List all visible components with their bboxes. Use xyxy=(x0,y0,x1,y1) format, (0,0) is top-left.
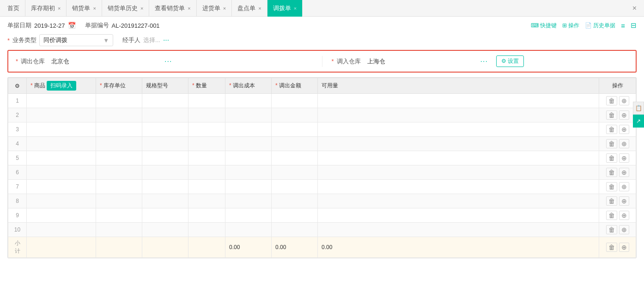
amount-cell[interactable]: 0.00 xyxy=(272,237,318,258)
quick-key-button[interactable]: ⌨ 快捷键 xyxy=(531,22,557,30)
spec-cell[interactable] xyxy=(142,122,188,137)
qty-cell[interactable] xyxy=(188,108,225,122)
gear-col-header[interactable]: ⚙ xyxy=(8,78,27,94)
goods-cell[interactable] xyxy=(27,223,96,237)
person-more-button[interactable]: ··· xyxy=(163,36,169,44)
tab-stocktake[interactable]: 盘点单 × xyxy=(232,0,267,17)
window-close-button[interactable]: × xyxy=(627,4,642,12)
spec-cell[interactable] xyxy=(142,237,188,258)
operations-button[interactable]: ⊞ 操作 xyxy=(562,22,579,30)
unit-cell[interactable] xyxy=(96,165,142,180)
copy-row-button[interactable]: ⊕ xyxy=(619,168,629,177)
qty-cell[interactable] xyxy=(188,180,225,194)
qty-cell[interactable] xyxy=(188,151,225,165)
copy-row-button[interactable]: ⊕ xyxy=(619,139,629,148)
qty-cell[interactable] xyxy=(188,223,225,237)
tab-home[interactable]: 首页 xyxy=(2,0,25,17)
cost-cell[interactable] xyxy=(225,94,272,108)
close-icon[interactable]: × xyxy=(140,6,143,11)
amount-cell[interactable] xyxy=(272,180,318,194)
spec-cell[interactable] xyxy=(142,137,188,151)
delete-row-button[interactable]: 🗑 xyxy=(606,211,617,220)
out-warehouse-more-button[interactable]: ··· xyxy=(164,57,172,66)
unit-cell[interactable] xyxy=(96,180,142,194)
tab-sales[interactable]: 销货单 × xyxy=(67,0,102,17)
qty-cell[interactable] xyxy=(188,94,225,108)
spec-cell[interactable] xyxy=(142,165,188,180)
goods-cell[interactable] xyxy=(27,151,96,165)
amount-cell[interactable] xyxy=(272,151,318,165)
amount-cell[interactable] xyxy=(272,223,318,237)
cost-cell[interactable] xyxy=(225,122,272,137)
goods-cell[interactable] xyxy=(27,237,96,258)
delete-row-button[interactable]: 🗑 xyxy=(606,243,617,252)
unit-cell[interactable] xyxy=(96,108,142,122)
close-icon[interactable]: × xyxy=(93,6,96,11)
spec-cell[interactable] xyxy=(142,94,188,108)
copy-row-button[interactable]: ⊕ xyxy=(619,153,629,163)
delete-row-button[interactable]: 🗑 xyxy=(606,153,617,163)
expand-float-button[interactable]: ↗ xyxy=(633,115,644,128)
amount-cell[interactable] xyxy=(272,165,318,180)
biz-type-select[interactable]: 同价调拨 ▼ xyxy=(39,34,113,46)
cost-cell[interactable]: 0.00 xyxy=(225,237,272,258)
tab-purchase[interactable]: 进货单 × xyxy=(197,0,232,17)
amount-cell[interactable] xyxy=(272,194,318,208)
delete-row-button[interactable]: 🗑 xyxy=(606,96,617,105)
qty-cell[interactable] xyxy=(188,165,225,180)
copy-row-button[interactable]: ⊕ xyxy=(619,125,629,134)
tab-inventory-init[interactable]: 库存期初 × xyxy=(25,0,67,17)
layout-icon-2[interactable]: ⊟ xyxy=(631,21,637,30)
cost-cell[interactable] xyxy=(225,194,272,208)
person-select[interactable]: 选择... xyxy=(143,36,160,44)
unit-cell[interactable] xyxy=(96,194,142,208)
goods-cell[interactable] xyxy=(27,165,96,180)
goods-cell[interactable] xyxy=(27,194,96,208)
tab-view-sales[interactable]: 查看销货单 × xyxy=(149,0,196,17)
cost-cell[interactable] xyxy=(225,151,272,165)
tab-sales-history[interactable]: 销货单历史 × xyxy=(102,0,149,17)
spec-cell[interactable] xyxy=(142,180,188,194)
copy-row-button[interactable]: ⊕ xyxy=(619,225,629,234)
unit-cell[interactable] xyxy=(96,237,142,258)
goods-cell[interactable] xyxy=(27,94,96,108)
copy-row-button[interactable]: ⊕ xyxy=(619,96,629,105)
note-float-button[interactable]: 📋 xyxy=(633,102,644,115)
unit-cell[interactable] xyxy=(96,137,142,151)
cost-cell[interactable] xyxy=(225,108,272,122)
settings-button[interactable]: ⚙ 设置 xyxy=(496,55,524,67)
spec-cell[interactable] xyxy=(142,208,188,223)
tab-transfer[interactable]: 调拨单 × xyxy=(267,0,303,17)
delete-row-button[interactable]: 🗑 xyxy=(606,196,617,206)
calendar-icon[interactable]: 📅 xyxy=(68,22,76,29)
spec-cell[interactable] xyxy=(142,151,188,165)
goods-cell[interactable] xyxy=(27,180,96,194)
goods-cell[interactable] xyxy=(27,122,96,137)
cost-cell[interactable] xyxy=(225,137,272,151)
unit-cell[interactable] xyxy=(96,208,142,223)
history-doc-button[interactable]: 📄 历史单据 xyxy=(585,22,615,30)
spec-cell[interactable] xyxy=(142,194,188,208)
unit-cell[interactable] xyxy=(96,122,142,137)
close-icon[interactable]: × xyxy=(58,6,61,11)
unit-cell[interactable] xyxy=(96,151,142,165)
copy-row-button[interactable]: ⊕ xyxy=(619,110,629,120)
delete-row-button[interactable]: 🗑 xyxy=(606,225,617,234)
delete-row-button[interactable]: 🗑 xyxy=(606,168,617,177)
amount-cell[interactable] xyxy=(272,108,318,122)
goods-cell[interactable] xyxy=(27,137,96,151)
delete-row-button[interactable]: 🗑 xyxy=(606,182,617,191)
cost-cell[interactable] xyxy=(225,223,272,237)
spec-cell[interactable] xyxy=(142,223,188,237)
cost-cell[interactable] xyxy=(225,165,272,180)
cost-cell[interactable] xyxy=(225,180,272,194)
delete-row-button[interactable]: 🗑 xyxy=(606,110,617,120)
copy-row-button[interactable]: ⊕ xyxy=(619,211,629,220)
cost-cell[interactable] xyxy=(225,208,272,223)
close-icon[interactable]: × xyxy=(258,6,261,11)
layout-icon-1[interactable]: ≡ xyxy=(621,22,625,30)
qty-cell[interactable] xyxy=(188,137,225,151)
qty-cell[interactable] xyxy=(188,194,225,208)
close-icon[interactable]: × xyxy=(223,6,226,11)
scan-button[interactable]: 扫码录入 xyxy=(47,81,76,91)
